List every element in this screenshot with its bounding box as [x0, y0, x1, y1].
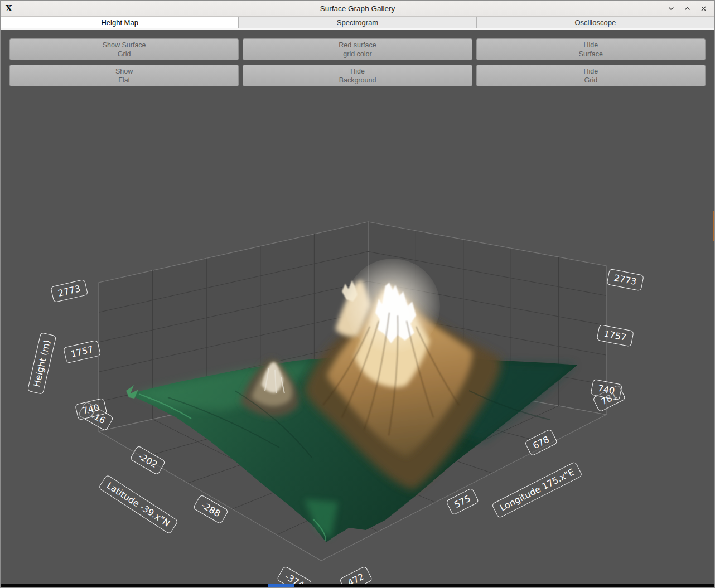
- desktop-edge-artifact: [713, 211, 714, 241]
- hide-surface-button[interactable]: Hide Surface: [476, 38, 706, 60]
- surface-plot-canvas[interactable]: [1, 1, 715, 588]
- button-label: Flat: [118, 76, 130, 85]
- button-label: grid color: [343, 50, 371, 59]
- title-bar[interactable]: X Surface Graph Gallery: [1, 1, 714, 17]
- chevron-down-icon: [668, 5, 675, 12]
- button-label: Surface: [579, 50, 603, 59]
- close-icon: [700, 5, 707, 12]
- window-title: Surface Graph Gallery: [1, 4, 714, 13]
- window-maximize-button[interactable]: [682, 3, 692, 13]
- button-label: Grid: [118, 50, 131, 59]
- button-label: Grid: [584, 76, 598, 85]
- chevron-up-icon: [684, 5, 691, 12]
- button-label: Hide: [350, 67, 365, 76]
- app-icon: X: [6, 4, 12, 13]
- button-label: Show: [115, 67, 133, 76]
- show-surface-grid-button[interactable]: Show Surface Grid: [9, 38, 239, 60]
- hide-grid-button[interactable]: Hide Grid: [476, 65, 706, 86]
- window-close-button[interactable]: [698, 3, 708, 13]
- window-shade-button[interactable]: [666, 3, 676, 13]
- window-controls: [666, 3, 714, 13]
- button-label: Show Surface: [103, 41, 146, 50]
- tab-spectrogram[interactable]: Spectrogram: [239, 17, 476, 28]
- tab-height-map[interactable]: Height Map: [1, 17, 239, 28]
- button-label: Hide: [583, 41, 598, 50]
- tab-oscilloscope[interactable]: Oscilloscope: [477, 17, 714, 28]
- show-flat-button[interactable]: Show Flat: [9, 65, 239, 86]
- button-label: Hide: [583, 67, 598, 76]
- panel-blue-segment: [268, 584, 294, 587]
- button-label: Background: [339, 76, 376, 85]
- toolbar: Show Surface Grid Red surface grid color…: [1, 30, 714, 86]
- desktop-panel-strip: [1, 584, 714, 587]
- tab-bar: Height Map Spectrogram Oscilloscope: [1, 17, 714, 30]
- button-label: Red surface: [339, 41, 376, 50]
- hide-background-button[interactable]: Hide Background: [243, 65, 472, 86]
- app-window: X Surface Graph Gallery Height Map Spect…: [0, 0, 715, 588]
- red-surface-grid-color-button[interactable]: Red surface grid color: [243, 38, 472, 60]
